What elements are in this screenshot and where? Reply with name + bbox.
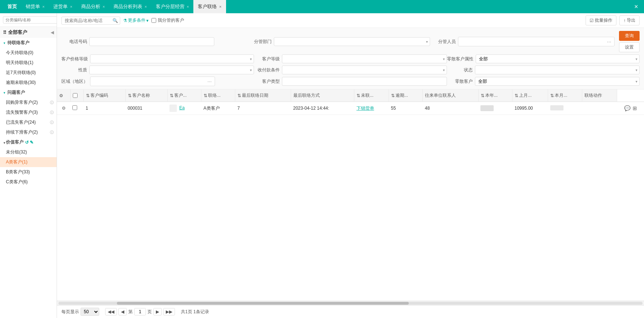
sidebar-item-b-class[interactable]: B类客户(33)	[0, 167, 57, 177]
col-last-month-sort-icon[interactable]: ⇅	[515, 93, 518, 98]
filter-search-icon[interactable]: 🔍	[112, 18, 118, 23]
customer-type-input[interactable]	[282, 77, 447, 86]
table-settings-icon[interactable]: ⚙	[59, 93, 63, 98]
prev-page-button[interactable]: ◀	[118, 308, 127, 315]
batch-ops-button[interactable]: ☑ 批量操作	[586, 15, 616, 25]
sidebar-item-week-contact[interactable]: 近7天待联络(0)	[0, 68, 57, 78]
nav-close-customer-contact[interactable]: ×	[219, 4, 221, 9]
nav-close-customer-tier[interactable]: ×	[187, 4, 189, 9]
col-name-sort-icon[interactable]: ⇅	[128, 93, 132, 98]
row-name[interactable]: Ea	[179, 105, 185, 110]
manager-input[interactable]: ···	[458, 37, 615, 46]
all-customers-header[interactable]: ⠿ 全部客户 ◀	[0, 27, 57, 38]
pending-group-label: 待联络客户	[7, 40, 29, 46]
col-contact-person-label: 往来单位联系人	[425, 92, 456, 99]
price-level-select[interactable]	[90, 54, 254, 63]
nav-close-all-button[interactable]: ×	[631, 3, 641, 11]
nav-close-goods-analysis[interactable]: ×	[103, 4, 105, 9]
col-code-sort-icon[interactable]: ⇅	[86, 93, 90, 98]
pending-group-triangle[interactable]	[3, 41, 6, 45]
sidebar-search-input[interactable]	[3, 16, 57, 24]
row-avatar	[169, 105, 177, 112]
col-uncontacted-sort-icon[interactable]: ⇅	[357, 93, 360, 98]
sidebar-collapse-icon[interactable]: ◀	[51, 30, 54, 35]
value-group-label: 价值客户	[6, 139, 24, 145]
col-contact-count: ⇅ 联络...	[201, 89, 235, 102]
sidebar-item-a-class[interactable]: A类客户(1)	[0, 157, 57, 167]
row-chat-icon[interactable]: 💬	[624, 105, 630, 111]
sidebar-item-churn-warning[interactable]: 流失预警客户(3) ⓘ	[0, 107, 57, 117]
query-button[interactable]: 查询	[619, 31, 640, 41]
all-customers-label: 全部客户	[8, 29, 27, 36]
col-last-date-sort-icon[interactable]: ⇅	[237, 93, 241, 98]
customer-level-select[interactable]	[282, 54, 447, 63]
page-size-select[interactable]: 50 20 100 200	[80, 308, 99, 316]
page-number-input[interactable]	[134, 308, 146, 315]
phone-input[interactable]	[89, 37, 214, 46]
nature-select[interactable]	[89, 66, 254, 74]
retail-customer-select[interactable]: 全部	[475, 77, 640, 86]
sidebar-item-declining[interactable]: 持续下滑客户(2) ⓘ	[0, 127, 57, 137]
first-page-button[interactable]: ◀◀	[105, 308, 117, 315]
nav-item-home[interactable]: 首页	[3, 0, 21, 13]
value-group-triangle[interactable]	[3, 140, 6, 145]
nav-item-purchase[interactable]: 进货单 ×	[49, 0, 76, 13]
dept-label: 分管部门	[246, 39, 272, 45]
nav-customer-contact-label: 客户联络	[198, 3, 217, 10]
filter-field-customer-level: 客户等级 ▾	[254, 54, 447, 63]
nav-item-goods-analysis[interactable]: 商品分析 ×	[77, 0, 109, 13]
sidebar-item-tomorrow-contact[interactable]: 明天待联络(1)	[0, 58, 57, 68]
last-page-button[interactable]: ▶▶	[163, 308, 175, 315]
row-settings-cell[interactable]: ⚙	[57, 102, 70, 115]
horizontal-scrollbar[interactable]	[57, 301, 644, 305]
row-last-method[interactable]: 下销货单	[357, 106, 374, 111]
sidebar-item-overdue-contact[interactable]: 逾期未联络(30)	[0, 78, 57, 88]
col-year-sort-icon[interactable]: ⇅	[481, 93, 484, 98]
sidebar-item-ungroup[interactable]: 未分组(32)	[0, 147, 57, 157]
col-overdue-sort-icon[interactable]: ⇅	[391, 93, 395, 98]
value-group-edit-icon[interactable]: ✎	[30, 140, 33, 145]
filter-search-box[interactable]: 🔍	[61, 17, 120, 25]
filter-search-input[interactable]	[65, 18, 112, 23]
region-input[interactable]: ···	[90, 77, 215, 86]
nav-close-sales[interactable]: ×	[42, 4, 44, 9]
settings-button[interactable]: 设置	[619, 42, 640, 52]
next-page-button[interactable]: ▶	[153, 308, 162, 315]
status-select[interactable]	[475, 66, 640, 74]
retail-attr-select[interactable]: 全部	[476, 54, 640, 63]
payment-label: 收付款条件	[254, 67, 280, 73]
col-contact-count-sort-icon[interactable]: ⇅	[204, 93, 207, 98]
sidebar-item-today-contact[interactable]: 今天待联络(0)	[0, 48, 57, 58]
row-qr-icon[interactable]: ⊞	[633, 105, 637, 111]
nav-item-goods-analysis-list[interactable]: 商品分析列表 ×	[109, 0, 151, 13]
col-this-month-sort-icon[interactable]: ⇅	[550, 93, 554, 98]
batch-ops-icon: ☑	[590, 18, 594, 23]
value-group-refresh-icon[interactable]: ↺	[25, 140, 29, 145]
nature-select-wrap: ▾	[89, 66, 254, 74]
page-end-label: 页	[147, 309, 152, 315]
nav-item-sales[interactable]: 销货单 ×	[21, 0, 49, 13]
row-contact-person-cell	[478, 102, 512, 115]
payment-select[interactable]	[282, 66, 447, 74]
scroll-thumb[interactable]	[117, 302, 409, 305]
more-conditions-button[interactable]: ⚗ 更多条件 ▾	[123, 17, 149, 24]
select-all-checkbox[interactable]	[73, 93, 78, 98]
col-level-sort-icon[interactable]: ⇅	[170, 93, 173, 98]
nav-sales-label: 销货单	[26, 3, 40, 10]
customer-type-label: 客户类型	[254, 78, 280, 85]
sidebar-item-churned[interactable]: 已流失客户(24) ⓘ	[0, 117, 57, 127]
row-this-month-cell	[582, 102, 617, 115]
my-customers-checkbox[interactable]	[151, 18, 156, 23]
sidebar-item-c-class[interactable]: C类客户(6)	[0, 177, 57, 187]
nav-item-customer-tier[interactable]: 客户分层经营 ×	[151, 0, 193, 13]
nav-close-goods-analysis-list[interactable]: ×	[144, 4, 147, 9]
nav-item-customer-contact[interactable]: 客户联络 ×	[193, 0, 226, 13]
nav-close-purchase[interactable]: ×	[70, 4, 72, 9]
dept-select[interactable]	[274, 37, 430, 46]
sidebar-item-repurchase-abnormal[interactable]: 回购异常客户(2) ⓘ	[0, 98, 57, 107]
region-dots-icon: ···	[207, 78, 212, 84]
row-checkbox[interactable]	[72, 105, 77, 110]
export-button[interactable]: ↑ 导出	[619, 15, 640, 25]
col-level-label: 客户...	[174, 92, 187, 99]
problem-group-triangle[interactable]	[3, 91, 6, 95]
